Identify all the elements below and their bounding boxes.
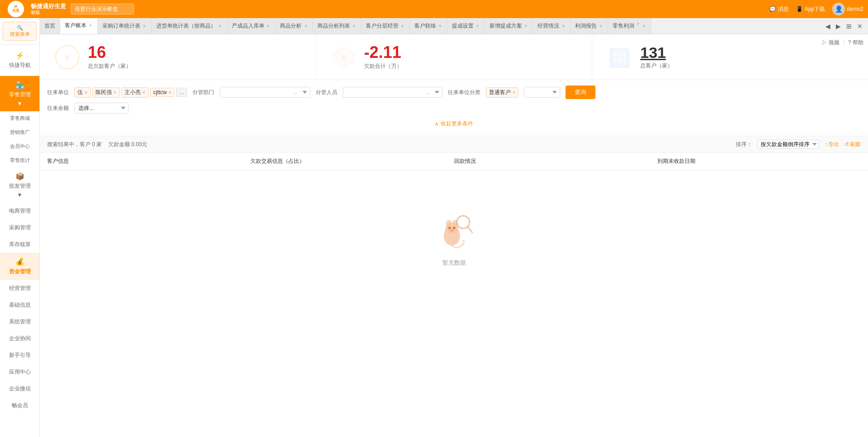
filter-tag-wang-close[interactable]: × <box>143 90 145 95</box>
dept-filter-label: 分管部门 <box>192 89 214 96</box>
filter-tag-chen-close[interactable]: × <box>114 90 116 95</box>
filter-tag-normal-close[interactable]: × <box>513 90 515 95</box>
tab-home[interactable]: 首页 <box>40 18 60 34</box>
tab-customer-layer[interactable]: 客户分层经营 × <box>361 18 410 34</box>
balance-select[interactable]: 选择... <box>74 103 129 114</box>
sidebar-item-guide[interactable]: 新手引导 <box>0 347 39 364</box>
overdue-label: 欠款金额 <box>108 141 130 147</box>
sidebar-item-marketing[interactable]: 营销推广 <box>0 125 39 139</box>
tab-operations-close[interactable]: × <box>561 23 566 29</box>
sidebar-item-system[interactable]: 系统管理 <box>0 314 39 330</box>
sidebar-item-basics[interactable]: 基础信息 <box>0 297 39 314</box>
tab-product-inbound[interactable]: 产成品入库单 × <box>227 18 276 34</box>
search-menu-label: 搜索菜单 <box>10 31 30 37</box>
sidebar-item-finance[interactable]: 💰 资金管理 <box>0 253 39 280</box>
tab-commission-settings-close[interactable]: × <box>475 23 480 29</box>
unit-class-select[interactable] <box>524 87 560 98</box>
logo: 好生意 <box>5 1 27 17</box>
top-bar: 好生意 畅捷通好生意 标版 母婴行业演示帐套 💬 消息 📱 App下载 👤 <box>0 0 868 18</box>
sidebar-item-wholesale[interactable]: 📦 批发管理 ▼ <box>0 167 39 203</box>
sidebar-item-purchase[interactable]: 采购管理 <box>0 219 39 236</box>
export-btn[interactable]: ↑ 导出 <box>825 141 839 148</box>
sort-select[interactable]: 按欠款金额倒序排序 <box>758 140 819 149</box>
message-label: 消息 <box>778 5 789 13</box>
sidebar-item-quick-nav[interactable]: ⚡ 快捷导航 <box>0 47 39 74</box>
tab-close-all-btn[interactable]: ✕ <box>855 22 864 31</box>
sidebar-item-retail[interactable]: 🏪 零售管理 ▼ <box>0 76 39 111</box>
tab-next-btn[interactable]: ▶ <box>834 22 843 31</box>
filter-tag-cj-close[interactable]: × <box>169 90 172 95</box>
stat-total-customers: 131 总客户（家） ▷ 视频 | ? 帮助 <box>592 34 868 80</box>
app-download-btn[interactable]: 📱 App下载 <box>796 5 825 13</box>
user-area[interactable]: 👤 demo2 <box>832 3 863 15</box>
username: demo2 <box>847 6 863 12</box>
help-icon: ? <box>848 39 851 46</box>
sidebar-item-member-pro[interactable]: 畅会员 <box>0 397 39 414</box>
filter-tag-wu-close[interactable]: × <box>85 90 87 95</box>
tab-customer-ledger-close[interactable]: × <box>88 23 93 28</box>
dept-clear-icon[interactable]: ... <box>293 90 297 95</box>
tab-new-commission-close[interactable]: × <box>524 23 528 29</box>
tab-profit-report-close[interactable]: × <box>599 23 603 29</box>
refresh-icon: ↺ <box>844 141 849 147</box>
sidebar-item-collab[interactable]: 企业协同 <box>0 330 39 347</box>
tab-new-commission[interactable]: 新增提成方案 × <box>485 18 533 34</box>
retail-stats-label: 零售统计 <box>10 157 30 164</box>
tab-prev-btn[interactable]: ◀ <box>824 22 832 31</box>
stat-amount-number: -2.11 <box>364 44 402 61</box>
tab-goods-analysis-list-close[interactable]: × <box>352 23 356 29</box>
demo-selector[interactable]: 母婴行业演示帐套 <box>71 4 134 14</box>
tab-goods-stats-close[interactable]: × <box>218 23 222 29</box>
tab-customer-layer-close[interactable]: × <box>400 23 405 29</box>
sidebar-item-operations[interactable]: 经营管理 <box>0 280 39 297</box>
filter-tag-cj: cjttcw × <box>150 88 175 97</box>
stat-overdue-values: 16 总欠款客户（家） <box>88 44 131 70</box>
filter-tags-area: 伍 × 陈民强 × 王小亮 × <box>74 87 187 98</box>
tab-goods-analysis-close[interactable]: × <box>303 23 308 29</box>
tab-purchase-stats-close[interactable]: × <box>142 23 147 29</box>
filter-tag-wu: 伍 × <box>74 87 91 98</box>
tab-goods-stats[interactable]: 进货单统计表（按商品） × <box>152 18 227 34</box>
tab-goods-analysis-list[interactable]: 商品分析列表 × <box>313 18 361 34</box>
person-more-icon[interactable]: ... <box>426 90 430 95</box>
svg-rect-6 <box>623 53 626 56</box>
tab-customer-contact[interactable]: 客户联络 × <box>410 18 447 34</box>
tab-profit-report[interactable]: 利润报告 × <box>571 18 608 34</box>
search-prefix: 搜索结果中，客户 <box>47 141 91 147</box>
svg-rect-5 <box>619 53 622 56</box>
filter-tag-normal: 普通客户 × <box>486 87 518 98</box>
search-menu-btn[interactable]: 🔍 搜索菜单 <box>3 22 37 41</box>
tab-customer-ledger[interactable]: 客户账本 × <box>60 18 98 34</box>
logo-circle: 好生意 <box>8 1 24 17</box>
sidebar-item-member[interactable]: 会员中心 <box>0 139 39 153</box>
tab-commission-settings[interactable]: 提成设置 × <box>447 18 485 34</box>
more-tags-btn[interactable]: ... <box>176 88 187 97</box>
sidebar-item-wechat[interactable]: 企业微信 <box>0 380 39 397</box>
tab-retail-profit-close[interactable]: × <box>642 23 646 29</box>
apps-label: 应用中心 <box>9 368 31 376</box>
tab-operations[interactable]: 经营情况 × <box>533 18 571 34</box>
tab-profit-report-label: 利润报告 <box>575 22 597 30</box>
stat-overdue-customers: ¥ 16 总欠款客户（家） <box>40 34 316 80</box>
help-link[interactable]: ? 帮助 <box>848 39 863 47</box>
export-icon: ↑ <box>825 141 827 147</box>
refresh-btn[interactable]: ↺ 刷新 <box>844 141 861 148</box>
message-btn[interactable]: 💬 消息 <box>769 5 789 13</box>
tab-goods-stats-label: 进货单统计表（按商品） <box>156 22 216 30</box>
tab-customer-contact-close[interactable]: × <box>438 23 442 29</box>
sidebar-item-retail-stats[interactable]: 零售统计 <box>0 153 39 167</box>
sidebar-item-apps[interactable]: 应用中心 <box>0 364 39 380</box>
tab-retail-profit[interactable]: 零售利润「 × <box>608 18 651 34</box>
stat-total-values: 131 总客户（家） <box>640 45 673 70</box>
tab-product-inbound-close[interactable]: × <box>266 23 271 29</box>
sidebar-item-ecommerce[interactable]: 电商管理 <box>0 203 39 219</box>
guide-label: 新手引导 <box>9 352 31 359</box>
video-link[interactable]: ▷ 视频 <box>822 39 839 47</box>
collapse-btn[interactable]: ∧ 收起更多条件 <box>435 117 473 130</box>
tab-purchase-stats[interactable]: 采购订单统计表 × <box>98 18 152 34</box>
tab-expand-btn[interactable]: ⊞ <box>844 22 854 31</box>
sidebar-item-retail-mall[interactable]: 零售商城 <box>0 111 39 125</box>
sidebar-item-inventory[interactable]: 库存核算 <box>0 236 39 253</box>
tab-goods-analysis[interactable]: 商品分析 × <box>275 18 313 34</box>
query-btn[interactable]: 查询 <box>566 86 595 99</box>
